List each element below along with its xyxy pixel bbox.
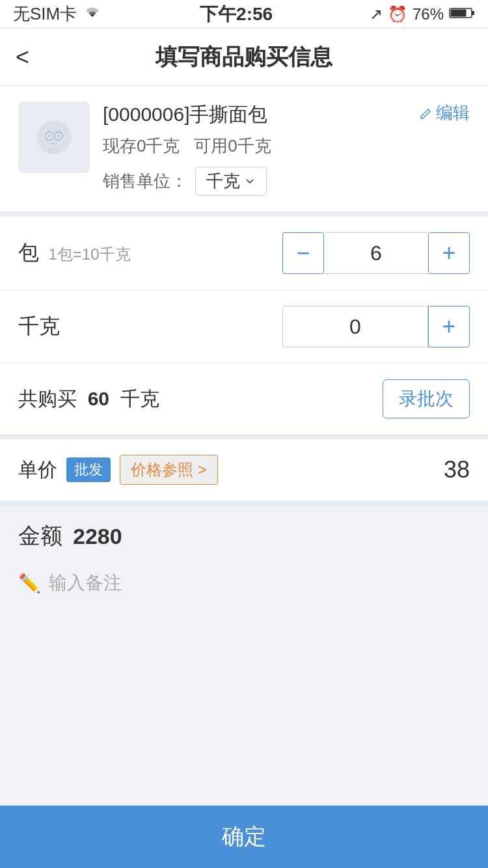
amount-value: 2280 [73, 524, 122, 549]
edit-button[interactable]: 编辑 [419, 102, 470, 124]
price-value: 38 [444, 456, 470, 483]
pack-sub-label: 1包=10千克 [48, 245, 130, 263]
price-section: 单价 批发 价格参照 > 38 [0, 439, 488, 506]
pack-decrease-button[interactable]: − [282, 232, 324, 274]
svg-point-8 [48, 135, 51, 137]
price-left: 单价 批发 价格参照 > [18, 455, 218, 485]
kg-increase-button[interactable]: + [428, 306, 470, 347]
pack-row: 包 1包=10千克 − + [0, 217, 488, 290]
product-image: 智计 [18, 102, 90, 173]
svg-rect-1 [472, 11, 474, 15]
pack-qty-input[interactable] [324, 232, 428, 274]
price-ref-button[interactable]: 价格参照 > [120, 455, 218, 485]
amount-section: 金额 2280 ✏️ 输入备注 [0, 506, 488, 806]
remark-placeholder: 输入备注 [49, 571, 122, 595]
confirm-button[interactable]: 确定 [0, 806, 488, 868]
product-name: [0000006]手撕面包 [103, 102, 267, 128]
svg-rect-2 [450, 9, 466, 16]
back-button[interactable]: < [16, 44, 29, 71]
price-row: 单价 批发 价格参照 > 38 [18, 455, 470, 485]
product-stock: 现存0千克 可用0千克 [103, 135, 470, 157]
page-title: 填写商品购买信息 [156, 42, 332, 72]
pack-qty-control: − + [282, 232, 470, 274]
total-value: 60 [88, 388, 109, 409]
status-time: 下午2:56 [200, 2, 273, 27]
price-tag: 批发 [66, 457, 111, 482]
total-text: 共购买 60 千克 [18, 386, 159, 413]
nav-bar: < 填写商品购买信息 [0, 29, 488, 86]
location-icon: ↗ [370, 5, 383, 23]
status-left: 无SIM卡 [13, 3, 103, 25]
pencil-icon: ✏️ [18, 573, 41, 594]
product-card: 智计 [0000006]手撕面包 编辑 现存0千克 可用0千克 销售单位： 千克 [0, 86, 488, 217]
kg-qty-input[interactable] [282, 306, 428, 347]
battery-text: 76% [413, 5, 444, 23]
battery-icon [449, 5, 475, 23]
amount-label: 金额 [18, 521, 62, 551]
kg-row: 千克 + [0, 290, 488, 364]
unit-select[interactable]: 千克 [195, 167, 267, 196]
kg-qty-control: + [282, 306, 470, 347]
svg-text:智计: 智计 [48, 148, 60, 154]
price-label: 单价 [18, 457, 57, 483]
remark-row[interactable]: ✏️ 输入备注 [18, 564, 470, 602]
wifi-icon [82, 4, 103, 24]
svg-point-9 [57, 135, 60, 137]
product-info: [0000006]手撕面包 编辑 现存0千克 可用0千克 销售单位： 千克 [103, 102, 470, 196]
status-bar: 无SIM卡 下午2:56 ↗ ⏰ 76% [0, 0, 488, 29]
status-right: ↗ ⏰ 76% [370, 5, 475, 23]
pack-increase-button[interactable]: + [428, 232, 470, 274]
batch-button[interactable]: 录批次 [383, 379, 470, 418]
pack-label: 包 [18, 241, 39, 264]
alarm-icon: ⏰ [388, 5, 407, 23]
amount-row: 金额 2280 [18, 521, 470, 551]
no-sim-text: 无SIM卡 [13, 3, 77, 25]
unit-label: 销售单位： [103, 170, 187, 193]
total-row: 共购买 60 千克 录批次 [0, 364, 488, 439]
kg-label: 千克 [18, 312, 60, 341]
input-section: 包 1包=10千克 − + 千克 + [0, 217, 488, 364]
